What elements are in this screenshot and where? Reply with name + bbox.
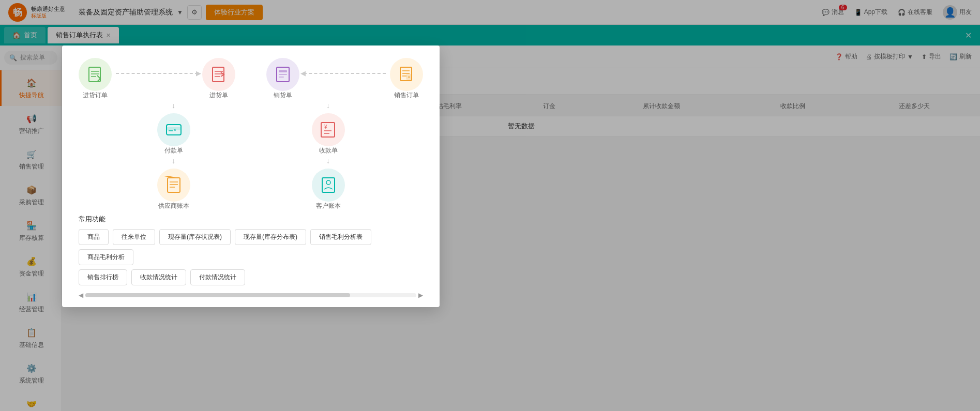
modal-scrollbar: ◀ ▶ (79, 292, 423, 299)
payment-bill-circle[interactable]: ¥ (157, 113, 190, 146)
func-btn-product[interactable]: 商品 (79, 229, 109, 245)
modal-box: 进货订单 ▶ 进货单 (62, 45, 440, 307)
svg-rect-0 (89, 67, 100, 82)
svg-rect-31 (322, 178, 335, 192)
purchase-order-circle[interactable] (79, 58, 112, 91)
svg-text:¥: ¥ (324, 124, 327, 130)
svg-rect-27 (321, 123, 335, 137)
sales-bill-icon (274, 65, 292, 84)
svg-point-32 (326, 180, 330, 185)
sales-order-circle[interactable] (390, 58, 423, 91)
func-btn-sales-rank[interactable]: 销售排行榜 (79, 269, 127, 285)
scroll-thumb (85, 293, 350, 297)
flow-col-purchase-order: 进货订单 (79, 58, 112, 100)
common-funcs-title: 常用功能 (79, 215, 423, 224)
arrow-sales-order-to-bill: ◀ (299, 73, 390, 74)
svg-text:¥: ¥ (173, 128, 176, 132)
supplier-account-circle[interactable] (157, 169, 190, 202)
flow-col-purchase-bill: 进货单 (202, 58, 235, 100)
supplier-account-icon (164, 176, 183, 194)
receipt-bill-icon: ¥ (319, 120, 338, 139)
svg-rect-22 (168, 178, 180, 192)
scroll-track[interactable] (85, 293, 416, 297)
func-btn-product-margin[interactable]: 商品毛利分析 (79, 249, 133, 265)
svg-rect-9 (279, 70, 287, 72)
arrow-down-sales: ↓ ¥ 收款单 ↓ (266, 100, 390, 210)
svg-rect-11 (279, 77, 284, 78)
scroll-right-btn[interactable]: ▶ (418, 292, 423, 299)
down-arrow-sales-icon: ↓ (326, 102, 330, 109)
purchase-order-icon (86, 65, 104, 84)
func-btn-receipt-stats[interactable]: 收款情况统计 (131, 269, 186, 285)
customer-account-icon (319, 176, 338, 194)
receipt-bill-circle[interactable]: ¥ (312, 113, 345, 146)
svg-rect-10 (279, 74, 287, 75)
func-btn-payment-stats[interactable]: 付款情况统计 (190, 269, 245, 285)
purchase-bill-circle[interactable] (202, 58, 235, 91)
down-arrow-purchase-icon: ↓ (172, 102, 175, 109)
func-btn-sales-margin[interactable]: 销售毛利分析表 (310, 229, 371, 245)
payment-bill-icon: ¥ (164, 120, 183, 139)
arrow-purchase-to-bill: ▶ (112, 73, 202, 74)
func-btn-counterparty[interactable]: 往来单位 (113, 229, 155, 245)
svg-rect-4 (213, 67, 224, 82)
down-arrow-payment-icon: ↓ (172, 157, 175, 164)
down-arrow-receipt-icon: ↓ (326, 157, 330, 164)
purchase-bill-icon (209, 65, 228, 84)
func-btn-inventory-status[interactable]: 现存量(库存状况表) (159, 229, 231, 245)
sales-bill-circle[interactable] (266, 58, 299, 91)
scroll-left-btn[interactable]: ◀ (79, 292, 83, 299)
func-buttons-row-2: 销售排行榜 收款情况统计 付款情况统计 (79, 269, 423, 285)
flow-col-sales-order: 销售订单 (390, 58, 423, 100)
flow-row-1: 进货订单 ▶ 进货单 (79, 58, 423, 100)
arrow-down-purchase: ↓ ¥ 付款单 ↓ (112, 100, 235, 210)
flow-row-2: ↓ ¥ 付款单 ↓ (79, 100, 423, 210)
common-funcs: 常用功能 商品 往来单位 现存量(库存状况表) 现存量(库存分布表) 销售毛利分… (79, 215, 423, 285)
flow-col-sales-bill: 销货单 (266, 58, 299, 100)
modal-overlay[interactable]: 进货订单 ▶ 进货单 (0, 0, 980, 411)
customer-account-circle[interactable] (312, 169, 345, 202)
sales-order-icon (397, 65, 416, 84)
func-buttons-row-1: 商品 往来单位 现存量(库存状况表) 现存量(库存分布表) 销售毛利分析表 商品… (79, 229, 423, 265)
func-btn-inventory-dist[interactable]: 现存量(库存分布表) (235, 229, 306, 245)
